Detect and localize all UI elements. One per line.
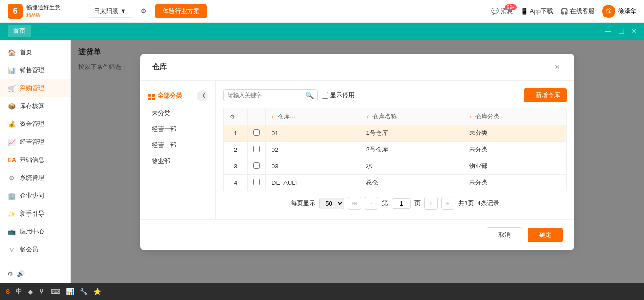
next-page-button[interactable]: › — [424, 197, 438, 210]
username: 徐泽华 — [618, 7, 636, 16]
modal-sidebar-dept2[interactable]: 经营二部 — [140, 137, 215, 153]
th-gear: ⚙ — [224, 108, 248, 125]
cancel-button[interactable]: 取消 — [487, 227, 522, 242]
th-name: ↕ 仓库名称 — [360, 108, 463, 125]
purchase-icon: 🛒 — [8, 84, 16, 92]
maximize-icon[interactable]: □ — [619, 26, 624, 36]
sidebar-item-finance[interactable]: 💰 资金管理 — [0, 115, 70, 133]
pagination: 每页显示 50 ⏮ ‹ 第 页 › ⏭ 共1页, 4条记录 — [223, 191, 567, 212]
message-item[interactable]: 💬 消息 99+ — [491, 7, 513, 16]
settings-icon[interactable]: ⚙ — [136, 4, 151, 19]
modal-close-button[interactable]: × — [552, 61, 563, 73]
bottom-icon-2[interactable]: ◆ — [28, 288, 33, 295]
sidebar-item-home[interactable]: 🏠 首页 — [0, 43, 70, 61]
modal-sidebar-uncategorized[interactable]: 未分类 — [140, 105, 215, 121]
row-check-1[interactable] — [248, 125, 266, 142]
sidebar-item-guide[interactable]: ✨ 新手引导 — [0, 205, 70, 223]
bottom-keyboard-icon[interactable]: ⌨ — [51, 288, 60, 295]
page-label: 第 — [382, 199, 388, 208]
row-check-4[interactable] — [248, 175, 266, 191]
app-download-item[interactable]: 📱 App下载 — [520, 7, 553, 16]
th-category: ↕ 仓库分类 — [463, 108, 567, 125]
row-category-2: 未分类 — [463, 142, 567, 158]
search-box[interactable]: 🔍 — [223, 89, 318, 101]
row-name-3: 水 — [360, 158, 463, 175]
row-code-3: 03 — [266, 158, 360, 175]
row-code-1: 01 — [266, 125, 360, 142]
modal-footer: 取消 确定 — [140, 219, 574, 250]
modal-sidebar-property[interactable]: 物业部 — [140, 153, 215, 169]
sidebar-item-basic[interactable]: EA 基础信息 — [0, 151, 70, 169]
row-checkbox-3[interactable] — [253, 162, 260, 169]
user-area[interactable]: 徐 徐泽华 — [602, 5, 636, 18]
sidebar-item-stock[interactable]: 📦 库存核算 — [0, 97, 70, 115]
sidebar-item-system[interactable]: ⚙ 系统管理 — [0, 169, 70, 187]
finance-icon: 💰 — [8, 120, 16, 128]
close-window-icon[interactable]: × — [631, 26, 636, 36]
page-input[interactable] — [392, 198, 411, 209]
app-icon: 📱 — [520, 8, 528, 15]
modal-sidebar-all-category[interactable]: 全部分类 《 — [140, 86, 215, 105]
per-page-select[interactable]: 50 — [319, 198, 344, 209]
warehouse-table: ⚙ ↕ 仓库... ↕ 仓库名称 — [223, 108, 567, 191]
sidebar-item-sales[interactable]: 📊 销售管理 — [0, 61, 70, 79]
nav-actions: ─ □ × — [605, 26, 636, 36]
first-page-button[interactable]: ⏮ — [348, 197, 361, 210]
bottom-star-icon[interactable]: ⭐ — [93, 288, 101, 295]
store-selector[interactable]: 日太阳膜 ▼ — [88, 5, 132, 18]
volume-icon[interactable]: 🔊 — [17, 270, 25, 277]
row-code-2: 02 — [266, 142, 360, 158]
table-row[interactable]: 4 DEFAULT 总仓 未分类 — [224, 175, 567, 191]
modal-sidebar-dept1[interactable]: 经营一部 — [140, 121, 215, 137]
bottom-icon-1[interactable]: 中 — [16, 287, 22, 296]
modal-title: 仓库 — [152, 62, 167, 72]
row-checkbox-1[interactable] — [253, 129, 260, 136]
system-icon: ⚙ — [8, 174, 16, 182]
sidebar-item-vip[interactable]: V 畅会员 — [0, 241, 70, 258]
row-check-3[interactable] — [248, 158, 266, 175]
sidebar-item-enterprise[interactable]: 🏢 企业协同 — [0, 187, 70, 205]
last-page-button[interactable]: ⏭ — [441, 197, 454, 210]
message-icon: 💬 — [491, 8, 499, 15]
row-actions-1[interactable]: ··· — [449, 129, 457, 136]
row-checkbox-2[interactable] — [253, 146, 260, 152]
row-code-4: DEFAULT — [266, 175, 360, 191]
table-row[interactable]: 1 01 1号仓库 ··· 未分类 — [224, 125, 567, 142]
show-disabled-label[interactable]: 显示停用 — [322, 91, 355, 100]
enterprise-icon: 🏢 — [8, 192, 16, 200]
operation-icon: 📈 — [8, 138, 16, 146]
bottom-tool-icon[interactable]: 🔧 — [80, 288, 88, 295]
service-item[interactable]: 🎧 在线客服 — [561, 7, 594, 16]
tab-home[interactable]: 首页 — [8, 25, 31, 37]
bottom-chart-icon[interactable]: 📊 — [66, 288, 74, 295]
trial-button[interactable]: 体验行业方案 — [155, 4, 207, 18]
add-warehouse-button[interactable]: + 新增仓库 — [524, 88, 567, 102]
row-checkbox-4[interactable] — [253, 179, 260, 185]
bottom-mic-icon[interactable]: 🎙 — [39, 288, 45, 295]
prev-page-button[interactable]: ‹ — [365, 197, 378, 210]
page-unit: 页 — [414, 199, 421, 208]
apps-icon: 📺 — [8, 227, 16, 236]
sidebar-item-operation[interactable]: 📈 经营管理 — [0, 133, 70, 151]
search-icon[interactable]: 🔍 — [305, 92, 314, 99]
row-name-2: 2号仓库 — [360, 142, 463, 158]
warehouse-modal: 仓库 × 全部分类 《 未分类 经营一部 经营二部 物业部 — [140, 54, 574, 250]
confirm-button[interactable]: 确定 — [528, 228, 563, 242]
settings-bottom-icon[interactable]: ⚙ — [8, 270, 13, 277]
show-disabled-checkbox[interactable] — [322, 92, 328, 99]
minimize-icon[interactable]: ─ — [605, 26, 611, 36]
row-check-2[interactable] — [248, 142, 266, 158]
sidebar-item-apps[interactable]: 📺 应用中心 — [0, 223, 70, 241]
guide-icon: ✨ — [8, 209, 16, 218]
row-name-1: 1号仓库 ··· — [360, 125, 463, 142]
search-input[interactable] — [228, 92, 305, 99]
modal-header: 仓库 × — [140, 54, 574, 81]
top-header: 6 畅捷通好生意 精品版 日太阳膜 ▼ ⚙ 体验行业方案 💬 消息 99+ 📱 … — [0, 0, 644, 23]
modal-overlay: 仓库 × 全部分类 《 未分类 经营一部 经营二部 物业部 — [71, 40, 644, 300]
sidebar-collapse-button[interactable]: 《 — [197, 90, 208, 101]
table-row[interactable]: 2 02 2号仓库 未分类 — [224, 142, 567, 158]
sidebar-item-purchase[interactable]: 🛒 采购管理 — [0, 79, 70, 97]
table-row[interactable]: 3 03 水 物业部 — [224, 158, 567, 175]
row-name-4: 总仓 — [360, 175, 463, 191]
row-category-3: 物业部 — [463, 158, 567, 175]
